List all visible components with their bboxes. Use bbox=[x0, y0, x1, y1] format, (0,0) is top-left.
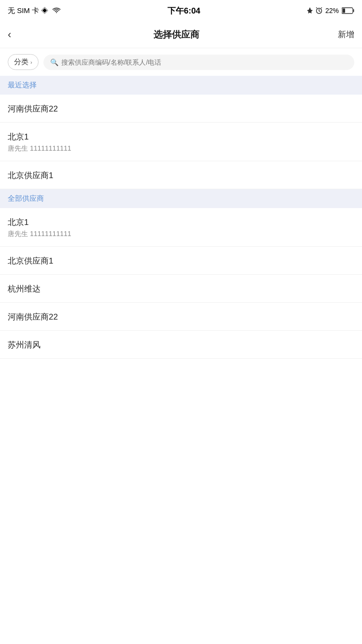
item-sub: 唐先生 11111111111 bbox=[8, 144, 354, 153]
status-time: 下午6:04 bbox=[167, 5, 200, 16]
item-name: 河南供应商22 bbox=[8, 103, 354, 114]
item-name: 苏州清风 bbox=[8, 339, 354, 350]
svg-rect-6 bbox=[353, 9, 354, 12]
svg-line-2 bbox=[319, 11, 320, 12]
page-title: 选择供应商 bbox=[153, 28, 199, 41]
item-name: 杭州维达 bbox=[8, 283, 354, 294]
recent-list: 河南供应商22北京1唐先生 11111111111北京供应商1 bbox=[0, 95, 362, 189]
battery-icon bbox=[342, 7, 354, 14]
battery-label: 22% bbox=[325, 7, 339, 14]
item-name: 北京供应商1 bbox=[8, 170, 354, 181]
category-label: 分类 bbox=[14, 57, 28, 67]
list-item[interactable]: 北京1唐先生 11111111111 bbox=[0, 123, 362, 161]
item-name: 北京1 bbox=[8, 131, 354, 142]
list-item[interactable]: 苏州清风 bbox=[0, 331, 362, 359]
status-bar: 无 SIM 卡 ◈ 下午6:04 22% bbox=[0, 0, 362, 21]
item-name: 河南供应商22 bbox=[8, 311, 354, 322]
svg-line-3 bbox=[316, 8, 317, 9]
list-item[interactable]: 杭州维达 bbox=[0, 275, 362, 303]
location-icon bbox=[307, 7, 313, 14]
search-bar: 分类 › 🔍 bbox=[0, 48, 362, 76]
search-input-wrap: 🔍 bbox=[43, 55, 354, 70]
status-left: 无 SIM 卡 ◈ bbox=[8, 6, 61, 15]
svg-line-4 bbox=[321, 8, 322, 9]
status-right: 22% bbox=[307, 7, 354, 14]
nav-bar: ‹ 选择供应商 新增 bbox=[0, 21, 362, 48]
svg-rect-7 bbox=[342, 9, 345, 13]
wifi-icon bbox=[52, 7, 61, 14]
list-item[interactable]: 河南供应商22 bbox=[0, 303, 362, 331]
search-icon: 🔍 bbox=[50, 58, 58, 66]
all-list: 北京1唐先生 11111111111北京供应商1杭州维达河南供应商22苏州清风 bbox=[0, 208, 362, 359]
item-name: 北京1 bbox=[8, 217, 354, 228]
list-item[interactable]: 北京供应商1 bbox=[0, 161, 362, 189]
list-item[interactable]: 河南供应商22 bbox=[0, 95, 362, 123]
back-button[interactable]: ‹ bbox=[4, 25, 15, 45]
new-button[interactable]: 新增 bbox=[338, 29, 354, 40]
list-item[interactable]: 北京1唐先生 11111111111 bbox=[0, 208, 362, 247]
item-sub: 唐先生 11111111111 bbox=[8, 230, 354, 238]
category-button[interactable]: 分类 › bbox=[8, 54, 39, 70]
chevron-right-icon: › bbox=[30, 59, 32, 65]
recent-section-header: 最近选择 bbox=[0, 76, 362, 95]
search-input[interactable] bbox=[61, 58, 348, 66]
list-item[interactable]: 北京供应商1 bbox=[0, 247, 362, 275]
item-name: 北京供应商1 bbox=[8, 255, 354, 266]
sim-label: 无 SIM 卡 ◈ bbox=[8, 6, 48, 15]
all-section-header: 全部供应商 bbox=[0, 189, 362, 208]
alarm-icon bbox=[316, 7, 322, 14]
